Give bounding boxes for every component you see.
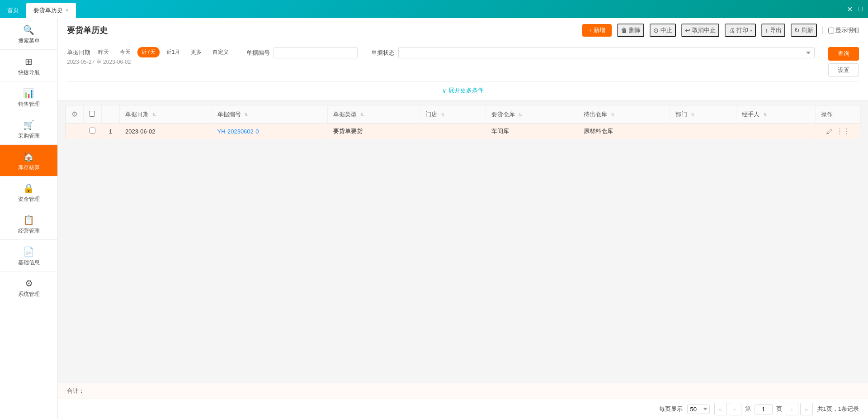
filter-row: 单据日期 昨天 今天 近7天 近1月 更多 自定义 2023-05-27 至 2… bbox=[67, 43, 859, 81]
date-btn-more[interactable]: 更多 bbox=[187, 47, 206, 57]
row-handler bbox=[736, 124, 815, 139]
sidebar-item-search-menu[interactable]: 🔍 搜索菜单 bbox=[0, 18, 57, 50]
window-close-btn[interactable]: ✕ bbox=[847, 5, 853, 14]
sidebar-ops-label: 经营管理 bbox=[18, 227, 40, 235]
sidebar-item-quick-nav[interactable]: ⊞ 快捷导航 bbox=[0, 50, 57, 81]
delete-button[interactable]: 🗑 删除 bbox=[617, 24, 644, 37]
print-dropdown-icon: ▾ bbox=[750, 28, 752, 33]
print-button[interactable]: 🖨 打印 ▾ bbox=[725, 24, 756, 37]
display-cell-checkbox[interactable] bbox=[828, 28, 834, 33]
tab-requisition-history[interactable]: 要货单历史 × bbox=[26, 3, 76, 18]
status-select[interactable] bbox=[398, 47, 815, 58]
col-docno: 单据编号 ⇅ bbox=[212, 105, 328, 124]
row-edit-icon[interactable]: 🖊 bbox=[826, 128, 833, 135]
store-sort-icon[interactable]: ⇅ bbox=[441, 112, 444, 117]
col-req-warehouse: 要货仓库 ⇅ bbox=[486, 105, 578, 124]
col-dept: 部门 ⇅ bbox=[670, 105, 736, 124]
finance-icon: 🔒 bbox=[23, 183, 34, 194]
docno-input[interactable] bbox=[274, 47, 358, 58]
sidebar-purchase-label: 采购管理 bbox=[18, 132, 40, 140]
select-all-checkbox[interactable] bbox=[89, 111, 95, 117]
page-input[interactable] bbox=[755, 404, 773, 414]
pagination-bar: 每页显示 10 20 50 100 « ‹ 第 页 › » 共1页，1条记录 bbox=[58, 399, 868, 419]
row-doctype: 要货单要货 bbox=[328, 124, 420, 139]
sidebar-system-label: 系统管理 bbox=[18, 290, 40, 298]
cancel-stop-button[interactable]: ↩ 取消中止 bbox=[681, 24, 719, 37]
date-sort-icon[interactable]: ⇅ bbox=[152, 112, 156, 117]
new-button[interactable]: + 新增 bbox=[582, 24, 612, 37]
dept-sort-icon[interactable]: ⇅ bbox=[691, 112, 694, 117]
sidebar-item-sales-mgmt[interactable]: 📊 销售管理 bbox=[0, 81, 57, 113]
first-page-btn[interactable]: « bbox=[714, 403, 727, 415]
sidebar-item-inventory-calc[interactable]: 🏠 库存核算 bbox=[0, 145, 57, 176]
expand-icon: ∨ bbox=[442, 87, 447, 94]
search-menu-icon: 🔍 bbox=[23, 24, 34, 35]
tab-close-icon[interactable]: × bbox=[66, 7, 69, 14]
prev-page-btn[interactable]: ‹ bbox=[729, 403, 741, 415]
pending-wh-sort-icon[interactable]: ⇅ bbox=[611, 112, 614, 117]
date-filter-label: 单据日期 bbox=[67, 48, 90, 57]
sidebar-item-ops-mgmt[interactable]: 📋 经营管理 bbox=[0, 208, 57, 240]
sidebar-item-system-mgmt[interactable]: ⚙ 系统管理 bbox=[0, 271, 57, 303]
page-title: 要货单历史 bbox=[67, 25, 108, 36]
date-filter-btns: 昨天 今天 近7天 近1月 更多 自定义 bbox=[94, 47, 233, 57]
refresh-button[interactable]: ↻ 刷新 bbox=[791, 24, 817, 37]
handler-sort-icon[interactable]: ⇅ bbox=[763, 112, 767, 117]
date-btn-last7days[interactable]: 近7天 bbox=[137, 47, 160, 57]
row-op-icons: 🖊 ⋮⋮ bbox=[821, 127, 855, 135]
sidebar: 🔍 搜索菜单 ⊞ 快捷导航 📊 销售管理 🛒 采购管理 🏠 库存核算 🔒 资金管… bbox=[0, 18, 58, 419]
docno-filter-label: 单据编号 bbox=[246, 49, 270, 57]
last-page-btn[interactable]: » bbox=[800, 403, 813, 415]
row-docno[interactable]: YH-20230602-0 bbox=[212, 124, 328, 139]
page-header: 要货单历史 + 新增 🗑 删除 ⊙ 中止 ↩ 取消中止 bbox=[58, 18, 868, 100]
row-more-icon[interactable]: ⋮⋮ bbox=[836, 127, 850, 135]
footer-total-label: 合计： bbox=[67, 387, 85, 395]
status-filter-label: 单据状态 bbox=[371, 49, 395, 57]
row-pending-warehouse: 原材料仓库 bbox=[578, 124, 670, 139]
sidebar-item-purchase-mgmt[interactable]: 🛒 采购管理 bbox=[0, 113, 57, 145]
page-size-select[interactable]: 10 20 50 100 bbox=[687, 405, 710, 414]
tab-home[interactable]: 首页 bbox=[0, 3, 26, 18]
toolbar-divider bbox=[822, 26, 823, 34]
column-settings-icon[interactable]: ⚙ bbox=[71, 110, 78, 119]
page-size-label: 每页显示 bbox=[659, 405, 683, 413]
col-date: 单据日期 ⇅ bbox=[120, 105, 212, 124]
next-page-btn[interactable]: › bbox=[786, 403, 798, 415]
sidebar-item-finance-mgmt[interactable]: 🔒 资金管理 bbox=[0, 176, 57, 208]
main-layout: 🔍 搜索菜单 ⊞ 快捷导航 📊 销售管理 🛒 采购管理 🏠 库存核算 🔒 资金管… bbox=[0, 18, 868, 419]
col-check bbox=[84, 105, 102, 124]
date-range-display: 2023-05-27 至 2023-06-02 bbox=[67, 58, 233, 66]
date-btn-last1month[interactable]: 近1月 bbox=[162, 47, 184, 57]
row-checkbox[interactable] bbox=[90, 128, 95, 133]
quick-nav-icon: ⊞ bbox=[25, 56, 33, 67]
tab-requisition-label: 要货单历史 bbox=[33, 6, 63, 14]
query-button[interactable]: 查询 bbox=[828, 47, 859, 61]
display-cell-btn[interactable]: 显示明细 bbox=[828, 26, 859, 34]
table-head: ⚙ 单据日期 ⇅ 单据编号 ⇅ bbox=[66, 105, 861, 124]
doctype-sort-icon[interactable]: ⇅ bbox=[360, 112, 364, 117]
page-label: 页 bbox=[776, 405, 782, 413]
docno-sort-icon[interactable]: ⇅ bbox=[244, 112, 248, 117]
action-btn-group: 查询 设置 bbox=[828, 47, 859, 77]
date-btn-custom[interactable]: 自定义 bbox=[208, 47, 233, 57]
inventory-icon: 🏠 bbox=[23, 151, 34, 162]
date-btn-today[interactable]: 今天 bbox=[116, 47, 135, 57]
row-operation: 🖊 ⋮⋮ bbox=[816, 124, 861, 139]
req-wh-sort-icon[interactable]: ⇅ bbox=[519, 112, 522, 117]
row-req-warehouse: 车间库 bbox=[486, 124, 578, 139]
table-body: 1 2023-06-02 YH-20230602-0 要货单要货 车间库 原材料… bbox=[66, 124, 861, 139]
date-btn-yesterday[interactable]: 昨天 bbox=[94, 47, 113, 57]
export-button[interactable]: ↑ 导出 bbox=[761, 24, 785, 37]
expand-conditions-btn[interactable]: ∨ 展开更多条件 bbox=[439, 85, 487, 96]
print-icon: 🖨 bbox=[728, 27, 735, 34]
settings-button[interactable]: 设置 bbox=[828, 63, 859, 77]
row-check bbox=[84, 124, 102, 139]
stop-button[interactable]: ⊙ 中止 bbox=[650, 24, 676, 37]
window-maximize-btn[interactable]: □ bbox=[858, 5, 863, 13]
table-row: 1 2023-06-02 YH-20230602-0 要货单要货 车间库 原材料… bbox=[66, 124, 861, 139]
cancel-stop-icon: ↩ bbox=[685, 27, 690, 34]
top-bar-right: ✕ □ bbox=[847, 5, 868, 14]
tab-bar: 首页 要货单历史 × bbox=[0, 0, 76, 18]
sidebar-item-basic-info[interactable]: 📄 基础信息 bbox=[0, 240, 57, 271]
status-filter-group: 单据状态 bbox=[371, 47, 815, 58]
